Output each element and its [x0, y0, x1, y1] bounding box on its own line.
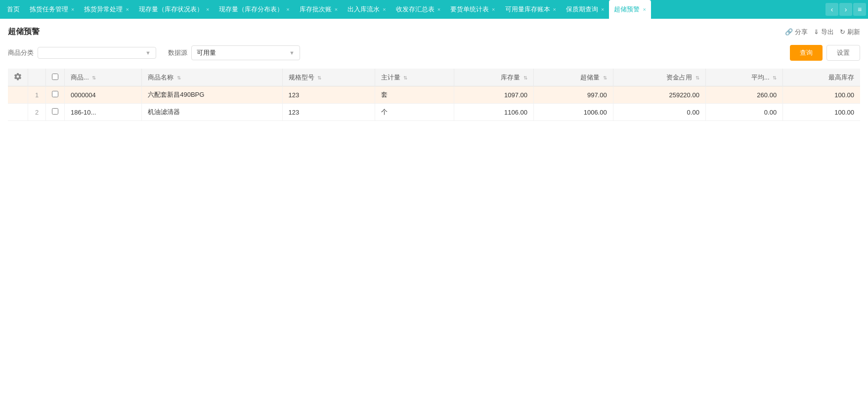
share-icon: 🔗: [785, 28, 793, 36]
category-label: 商品分类: [8, 48, 34, 57]
refresh-icon: ↻: [840, 28, 845, 36]
row-checkbox-cell[interactable]: [46, 104, 65, 121]
col-header-checkbox[interactable]: [46, 69, 65, 86]
row-overstock: 997.00: [534, 86, 613, 104]
close-icon[interactable]: ×: [383, 6, 386, 12]
row-product-name: 机油滤清器: [142, 104, 282, 121]
row-capital: 259220.00: [613, 86, 705, 104]
row-stock: 1097.00: [454, 86, 534, 104]
row-stock: 1106.00: [454, 104, 534, 121]
col-header-product-code[interactable]: 商品... ⇅: [65, 69, 142, 86]
top-nav: 首页 拣货任务管理 × 拣货异常处理 × 现存量（库存状况表） × 现存量（库存…: [0, 0, 868, 19]
close-icon[interactable]: ×: [206, 6, 209, 12]
header-actions: 🔗 分享 ⇓ 导出 ↻ 刷新: [785, 28, 860, 37]
filter-actions: 查询 设置: [790, 45, 860, 61]
datasource-select[interactable]: 可用量 ▼: [191, 45, 300, 60]
settings-button[interactable]: 设置: [826, 45, 860, 61]
nav-requisition-stat[interactable]: 要货单统计表 ×: [445, 0, 500, 19]
row-product-code: 0000004: [65, 86, 142, 104]
close-icon[interactable]: ×: [601, 6, 604, 12]
row-checkbox[interactable]: [52, 108, 58, 115]
table-row: 2 186-10... 机油滤清器 123 个 1106.00 1006.00 …: [8, 104, 860, 121]
close-icon[interactable]: ×: [286, 6, 289, 12]
row-product-name: 六配套新昌490BPG: [142, 86, 282, 104]
row-capital: 0.00: [613, 104, 705, 121]
sort-icon: ⇅: [773, 75, 777, 80]
export-button[interactable]: ⇓ 导出: [814, 28, 834, 37]
col-header-settings: [8, 69, 28, 86]
filter-category: 商品分类 ▼: [8, 47, 156, 59]
sort-icon: ⇅: [523, 75, 527, 80]
table-row: 1 0000004 六配套新昌490BPG 123 套 1097.00 997.…: [8, 86, 860, 104]
nav-inout-flow[interactable]: 出入库流水 ×: [343, 0, 391, 19]
col-header-spec[interactable]: 规格型号 ⇅: [282, 69, 375, 86]
select-all-checkbox[interactable]: [52, 74, 58, 80]
close-icon[interactable]: ×: [643, 6, 646, 12]
row-checkbox-cell[interactable]: [46, 86, 65, 104]
share-button[interactable]: 🔗 分享: [785, 28, 808, 37]
page-header: 超储预警 🔗 分享 ⇓ 导出 ↻ 刷新: [8, 27, 860, 37]
nav-batch-account[interactable]: 库存批次账 ×: [295, 0, 343, 19]
sort-icon: ⇅: [695, 75, 699, 80]
col-header-overstock[interactable]: 超储量 ⇅: [534, 69, 613, 86]
row-index: 2: [28, 104, 46, 121]
sort-icon: ⇅: [92, 75, 96, 80]
chevron-down-icon: ▼: [289, 50, 295, 56]
row-settings-cell: [8, 86, 28, 104]
nav-next-button[interactable]: ›: [839, 3, 852, 16]
nav-pinhuo-exception[interactable]: 拣货异常处理 ×: [79, 0, 133, 19]
gear-icon[interactable]: [14, 73, 22, 80]
row-unit: 个: [375, 104, 454, 121]
col-header-max-stock[interactable]: 最高库存: [783, 69, 860, 86]
nav-collect-summary[interactable]: 收发存汇总表 ×: [391, 0, 445, 19]
row-spec: 123: [282, 104, 375, 121]
sort-icon: ⇅: [317, 75, 321, 80]
data-table: 商品... ⇅ 商品名称 ⇅ 规格型号 ⇅ 主计量 ⇅ 库存量 ⇅: [8, 69, 860, 121]
sort-icon: ⇅: [403, 75, 407, 80]
close-icon[interactable]: ×: [126, 6, 129, 12]
sort-icon: ⇅: [177, 75, 181, 80]
datasource-label: 数据源: [168, 48, 187, 57]
col-header-avg[interactable]: 平均... ⇅: [705, 69, 782, 86]
page-title: 超储预警: [8, 27, 40, 37]
nav-expiry-query[interactable]: 保质期查询 ×: [561, 0, 609, 19]
col-header-capital[interactable]: 资金占用 ⇅: [613, 69, 705, 86]
row-index: 1: [28, 86, 46, 104]
query-button[interactable]: 查询: [790, 45, 823, 61]
row-unit: 套: [375, 86, 454, 104]
nav-home[interactable]: 首页: [2, 0, 25, 19]
close-icon[interactable]: ×: [437, 6, 440, 12]
sort-icon: ⇅: [603, 75, 607, 80]
row-settings-cell: [8, 104, 28, 121]
filter-bar: 商品分类 ▼ 数据源 可用量 ▼ 查询 设置: [8, 45, 860, 61]
col-header-stock[interactable]: 库存量 ⇅: [454, 69, 534, 86]
close-icon[interactable]: ×: [553, 6, 556, 12]
nav-inventory-status[interactable]: 现存量（库存状况表） ×: [134, 0, 214, 19]
col-header-index: [28, 69, 46, 86]
close-icon[interactable]: ×: [71, 6, 74, 12]
close-icon[interactable]: ×: [492, 6, 495, 12]
col-header-unit[interactable]: 主计量 ⇅: [375, 69, 454, 86]
refresh-button[interactable]: ↻ 刷新: [840, 28, 860, 37]
row-max-stock: 100.00: [783, 104, 860, 121]
nav-over-storage[interactable]: 超储预警 ×: [609, 0, 651, 19]
export-icon: ⇓: [814, 28, 819, 36]
datasource-select-value: 可用量: [197, 48, 216, 57]
row-spec: 123: [282, 86, 375, 104]
nav-available-account[interactable]: 可用量库存账本 ×: [500, 0, 561, 19]
nav-prev-button[interactable]: ‹: [825, 3, 838, 16]
category-select[interactable]: ▼: [38, 47, 156, 59]
filter-datasource: 数据源 可用量 ▼: [168, 45, 300, 60]
col-header-product-name[interactable]: 商品名称 ⇅: [142, 69, 282, 86]
row-product-code: 186-10...: [65, 104, 142, 121]
table-header-row: 商品... ⇅ 商品名称 ⇅ 规格型号 ⇅ 主计量 ⇅ 库存量 ⇅: [8, 69, 860, 86]
nav-arrows: ‹ › ≡: [825, 3, 866, 16]
row-checkbox[interactable]: [52, 91, 58, 97]
nav-more-button[interactable]: ≡: [853, 3, 866, 16]
page-container: 超储预警 🔗 分享 ⇓ 导出 ↻ 刷新 商品分类 ▼ 数据源: [0, 19, 868, 395]
chevron-down-icon: ▼: [145, 50, 151, 56]
row-max-stock: 100.00: [783, 86, 860, 104]
nav-pinhuo-task[interactable]: 拣货任务管理 ×: [25, 0, 79, 19]
close-icon[interactable]: ×: [335, 6, 338, 12]
nav-inventory-dist[interactable]: 现存量（库存分布表） ×: [214, 0, 294, 19]
